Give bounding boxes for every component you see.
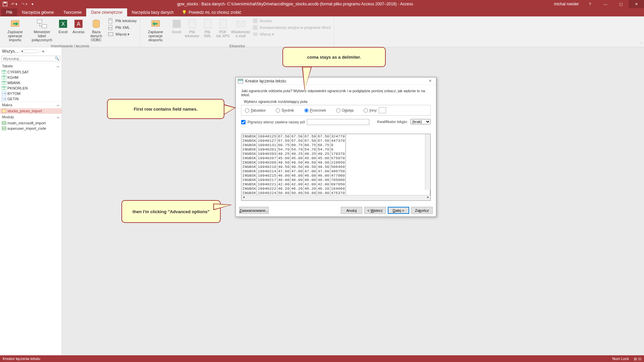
export-text-button[interactable]: Plik tekstowy — [185, 17, 200, 39]
export-word-merge-button: Korespondencja seryjna w programie Word — [251, 24, 332, 31]
tab-home[interactable]: Narzędzia główne — [17, 8, 58, 16]
callout-comma-delimiter: coma stays as a delimiter. — [282, 47, 386, 67]
callout-first-row: First row contains field names. — [107, 99, 224, 119]
nav-table-item[interactable]: CYFRPLSAT — [0, 69, 62, 75]
view-buttons[interactable]: ▦ ▤ — [634, 357, 641, 361]
svg-rect-4 — [42, 24, 47, 28]
nav-module-item[interactable]: msdn_microsoft_import — [0, 120, 62, 126]
scrollbar-horizontal[interactable]: ◄► — [241, 195, 430, 200]
text-link-wizard-dialog: Kreator łączenia tekstu ✕ Jaki ograniczn… — [235, 77, 436, 217]
excel-icon: X — [58, 18, 68, 29]
svg-text:A: A — [77, 21, 80, 27]
nav-table-item[interactable]: BYTOM — [0, 91, 62, 96]
nav-section-modules[interactable]: Moduły︽ — [0, 114, 62, 120]
nav-macro-item[interactable]: stocks_prices_import — [0, 108, 62, 114]
finish-button[interactable]: Zakończ — [411, 207, 433, 214]
radio-semicolon[interactable]: Średnik — [276, 108, 294, 113]
cancel-button[interactable]: Anuluj — [341, 207, 362, 214]
bulb-icon: 💡 — [182, 10, 187, 15]
linked-table-icon — [37, 18, 47, 29]
tab-file[interactable]: Plik — [1, 8, 17, 16]
export-excel-button[interactable]: Excel — [169, 17, 184, 35]
linked-table-manager-button[interactable]: Menedżer tabel połączonych — [29, 17, 55, 43]
nav-table-item[interactable]: KGHM — [0, 75, 62, 80]
xml-file-icon: </> — [108, 25, 113, 30]
help-icon[interactable]: ? — [582, 0, 598, 8]
shutter-icon[interactable]: « — [41, 49, 60, 54]
export-email-button[interactable]: Wiadomość e-mail — [231, 17, 251, 39]
status-bar: Kreator łączenia tekstu Num Lock ▦ ▤ — [0, 355, 644, 362]
nav-section-tables[interactable]: Tabele︽ — [0, 63, 62, 69]
nav-table-item[interactable]: GETIN — [0, 96, 62, 102]
svg-point-46 — [4, 128, 4, 129]
radio-other[interactable]: Inny: — [364, 107, 386, 113]
tab-external-data[interactable]: Dane zewnętrzne — [86, 8, 127, 16]
svg-rect-18 — [189, 19, 196, 28]
radio-tab[interactable]: Tabulator — [245, 108, 266, 113]
user-name[interactable]: michal roesler — [554, 2, 582, 6]
radio-space[interactable]: Odstęp — [336, 108, 354, 113]
delimiter-label: Wybierz ogranicznik rozdzielający pola: — [241, 100, 431, 104]
svg-rect-1 — [4, 2, 6, 3]
ribbon-group-import: Zapisane operacje importu Menedżer tabel… — [0, 16, 141, 47]
nav-section-macros[interactable]: Makra︽ — [0, 102, 62, 108]
word-icon — [253, 25, 258, 30]
svg-text:</>: </> — [109, 27, 112, 29]
advanced-button[interactable]: Zaawansowane... — [239, 207, 269, 214]
redo-icon[interactable]: ↷ ▾ — [21, 2, 28, 6]
qat-customize-icon[interactable]: ▾ — [32, 2, 34, 6]
first-row-checkbox[interactable] — [241, 120, 246, 124]
export-pdf-button[interactable]: PDF lub XPS — [216, 17, 230, 39]
radio-comma[interactable]: Przecinek — [304, 108, 326, 113]
search-input[interactable] — [1, 56, 60, 61]
close-icon[interactable]: ✕ — [629, 0, 644, 8]
text-file-icon — [187, 18, 198, 29]
saved-imports-button[interactable]: Zapisane operacje importu — [2, 17, 28, 43]
import-xml-button[interactable]: </>Plik XML — [107, 24, 138, 31]
tell-me[interactable]: 💡 Powiedz mi, co chcesz zrobić — [178, 8, 245, 16]
nav-table-item[interactable]: MBANK — [0, 80, 62, 85]
ribbon-tabs: Plik Narzędzia główne Tworzenie Dane zew… — [0, 8, 644, 16]
more-icon — [253, 32, 258, 37]
other-delimiter-input[interactable] — [379, 107, 386, 113]
dialog-prompt: Jaki ogranicznik oddziela pola? Wybierz … — [241, 89, 431, 97]
import-excel-button[interactable]: X Excel — [56, 17, 70, 35]
scrollbar-vertical[interactable] — [425, 134, 430, 190]
collapse-ribbon-icon[interactable]: ˆ — [641, 43, 642, 46]
access-icon: A — [73, 18, 84, 29]
excel-icon — [171, 18, 182, 29]
svg-rect-17 — [173, 20, 181, 28]
import-text-button[interactable]: Plik tekstowy — [107, 18, 138, 24]
dialog-close-icon[interactable]: ✕ — [426, 79, 434, 83]
tab-create[interactable]: Tworzenie — [59, 8, 87, 16]
tab-dbtools[interactable]: Narzędzia bazy danych — [127, 8, 178, 16]
ribbon: Zapisane operacje importu Menedżer tabel… — [0, 16, 644, 47]
minimize-icon[interactable]: — — [598, 0, 613, 8]
saved-exports-button[interactable]: Zapisane operacje eksportu — [143, 17, 169, 43]
import-access-button[interactable]: A Access — [71, 17, 86, 35]
disabled-field — [307, 119, 369, 125]
back-button[interactable]: < Wstecz — [364, 207, 386, 214]
nav-module-item[interactable]: superuser_import_code — [0, 126, 62, 131]
svg-rect-15 — [108, 33, 113, 36]
svg-point-42 — [4, 123, 4, 123]
wizard-icon — [238, 79, 243, 83]
maximize-icon[interactable]: ▢ — [613, 0, 629, 8]
text-qualifier-select[interactable]: {brak} — [411, 119, 431, 124]
saved-exports-icon — [150, 18, 161, 29]
save-icon[interactable] — [3, 2, 7, 6]
import-odbc-button[interactable]: Baza danych ODBC — [87, 17, 106, 43]
import-more-button[interactable]: Więcej ▾ — [107, 31, 138, 37]
nav-pane-header[interactable]: Wszystkie obiekty p… ▾ « — [0, 47, 62, 55]
ribbon-group-export: Zapisane operacje eksportu Excel Plik te… — [141, 16, 334, 47]
undo-icon[interactable]: ↶ ▾ — [11, 2, 17, 6]
dialog-titlebar: Kreator łączenia tekstu ✕ — [236, 77, 436, 85]
more-icon — [108, 32, 113, 37]
search-icon[interactable]: 🔍 — [55, 56, 59, 61]
next-button[interactable]: Dalej > — [388, 207, 409, 214]
dropdown-icon[interactable]: ▾ — [20, 49, 41, 53]
svg-point-45 — [3, 128, 3, 129]
export-xml-button[interactable]: Plik XML — [200, 17, 215, 39]
nav-table-item[interactable]: PKNORLEN — [0, 85, 62, 91]
access-icon — [253, 18, 258, 23]
